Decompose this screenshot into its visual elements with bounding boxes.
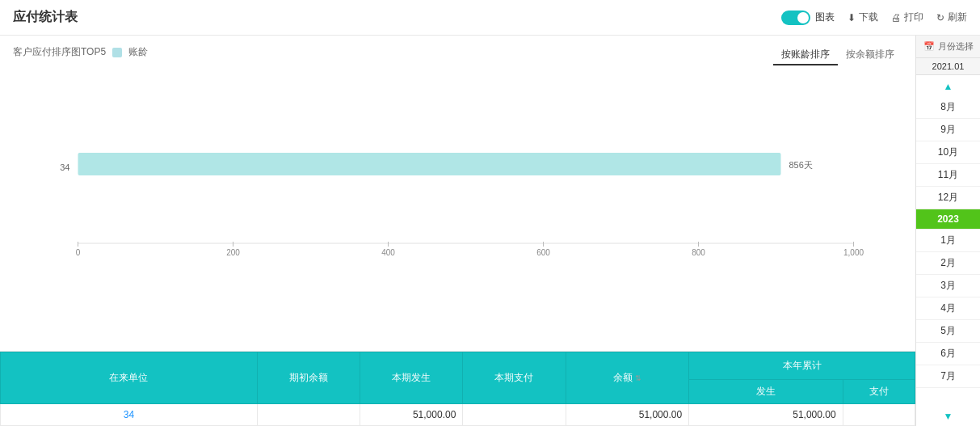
table-body: 34 51,000.00 51,000.00 51,000.00: [1, 404, 915, 426]
refresh-icon: ↻: [936, 12, 944, 23]
cell-ytd-payment: [843, 404, 915, 426]
svg-text:0: 0: [76, 248, 81, 257]
cell-occurrence: 51,000.00: [360, 404, 463, 426]
sidebar-month-item[interactable]: 9月: [916, 119, 980, 141]
chevron-up-icon: [944, 78, 953, 93]
sidebar-month-item[interactable]: 2月: [916, 252, 980, 275]
sidebar-month-item[interactable]: 5月: [916, 320, 980, 343]
refresh-button[interactable]: ↻ 刷新: [936, 11, 967, 24]
sidebar-month-item[interactable]: 11月: [916, 164, 980, 187]
table-header-top-row: 在来单位 期初余额 本期发生 本期支付 余额 ⇅ 本年累计: [1, 352, 915, 380]
chart-toggle-wrap[interactable]: 图表: [781, 11, 835, 25]
sidebar-month-item[interactable]: 7月: [916, 365, 980, 388]
col-occurrence: 本期发生: [360, 352, 463, 404]
col-balance: 余额 ⇅: [566, 352, 689, 404]
svg-text:600: 600: [536, 248, 550, 257]
col-ytd: 本年累计: [689, 352, 915, 380]
chevron-down-icon: [944, 408, 953, 423]
data-table: 在来单位 期初余额 本期发生 本期支付 余额 ⇅ 本年累计 发生 支付: [0, 352, 915, 426]
sidebar-down-button[interactable]: [916, 405, 980, 426]
legend-dot: [112, 48, 122, 57]
sidebar-month-item[interactable]: 4月: [916, 297, 980, 320]
download-icon: ⬇: [848, 12, 856, 23]
sort-tab-age[interactable]: 按账龄排序: [773, 45, 838, 65]
chart-label: 图表: [815, 11, 835, 24]
download-button[interactable]: ⬇ 下载: [848, 11, 878, 24]
col-payment: 本期支付: [463, 352, 566, 404]
chart-legend: 客户应付排序图TOP5 账龄: [13, 45, 902, 59]
sidebar-month-item[interactable]: 3月: [916, 275, 980, 297]
chart-section: 客户应付排序图TOP5 账龄 按账龄排序 按余额排序 34 856天: [0, 36, 915, 351]
sort-tabs: 按账龄排序 按余额排序: [773, 45, 902, 65]
sidebar-month-item[interactable]: 8月: [916, 96, 980, 119]
col-unit: 在来单位: [1, 352, 258, 404]
sidebar-months-list: 8月9月10月11月12月20231月2月3月4月5月6月7月: [916, 96, 980, 405]
balance-sort-icon: ⇅: [635, 374, 641, 382]
col-ytd-occurrence: 发生: [689, 380, 843, 404]
sidebar-up-button[interactable]: [916, 75, 980, 96]
sidebar-month-item[interactable]: 10月: [916, 141, 980, 164]
sort-tab-balance[interactable]: 按余额排序: [838, 45, 902, 65]
sidebar-month-item[interactable]: 12月: [916, 187, 980, 209]
bar-end-label: 856天: [789, 160, 813, 170]
bar-chart-svg: 34 856天 0 200 400 600 800 1,000: [13, 65, 902, 276]
cell-ytd-occurrence: 51,000.00: [689, 404, 843, 426]
sidebar-current-period: 2021.01: [916, 58, 980, 75]
calendar-icon: 📅: [923, 41, 935, 52]
chart-bar: [78, 153, 781, 175]
svg-text:1,000: 1,000: [843, 248, 864, 257]
right-sidebar: 📅 月份选择 2021.01 8月9月10月11月12月20231月2月3月4月…: [915, 36, 980, 426]
legend-tag: 账龄: [128, 45, 148, 59]
cell-opening: [257, 404, 360, 426]
print-button[interactable]: 🖨 打印: [891, 11, 923, 24]
col-opening: 期初余额: [257, 352, 360, 404]
print-icon: 🖨: [891, 12, 901, 23]
header-actions: 图表 ⬇ 下载 🖨 打印 ↻ 刷新: [781, 11, 967, 25]
cell-balance: 51,000.00: [566, 404, 689, 426]
legend-label: 客户应付排序图TOP5: [13, 45, 106, 59]
svg-text:400: 400: [381, 248, 395, 257]
sidebar-month-item[interactable]: 6月: [916, 343, 980, 365]
chart-toggle[interactable]: [781, 11, 810, 25]
table-row: 34 51,000.00 51,000.00 51,000.00: [1, 404, 915, 426]
cell-unit[interactable]: 34: [1, 404, 258, 426]
cell-payment: [463, 404, 566, 426]
table-section: 在来单位 期初余额 本期发生 本期支付 余额 ⇅ 本年累计 发生 支付: [0, 351, 915, 426]
sidebar-month-item[interactable]: 1月: [916, 230, 980, 252]
page-title: 应付统计表: [13, 9, 78, 26]
svg-text:800: 800: [692, 248, 705, 257]
svg-text:200: 200: [226, 248, 240, 257]
sidebar-year-label[interactable]: 2023: [916, 209, 980, 230]
sidebar-header: 📅 月份选择: [916, 36, 980, 58]
y-axis-label: 34: [60, 162, 69, 172]
col-ytd-payment: 支付: [843, 380, 915, 404]
